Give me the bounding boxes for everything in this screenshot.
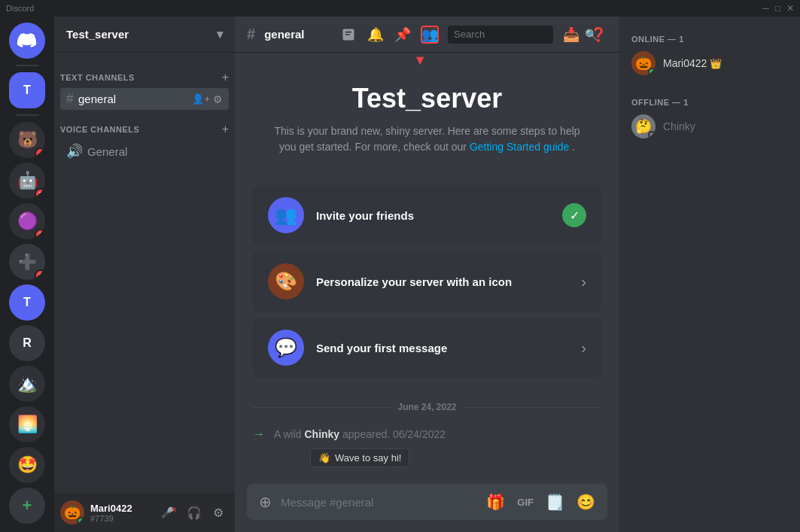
online-status — [648, 68, 656, 75]
server-sidebar: T 🐻 4 🤖 3 🟣 1 ➕ 1 T R 🏔️ 🌅 — [0, 17, 54, 532]
channel-item-general[interactable]: # general 👤+ ⚙ — [60, 88, 229, 110]
wave-button-1-container: 👋 Wave to say hi! — [235, 444, 619, 473]
member-name-mario422: Mari0422 👑 — [663, 57, 722, 69]
member-item-chinky[interactable]: 🤔 Chinky — [625, 110, 794, 143]
inbox-icon[interactable]: 📥 — [562, 26, 580, 44]
app-body: T 🐻 4 🤖 3 🟣 1 ➕ 1 T R 🏔️ 🌅 — [0, 17, 800, 532]
channel-header: # general 🔔 📌 👥 🔍 📥 ❓ — [235, 17, 619, 53]
server-badge-5: 1 — [35, 269, 45, 280]
server-name-header[interactable]: Test_server ▾ — [54, 17, 235, 53]
server-icon-6[interactable]: T — [9, 284, 45, 321]
current-user-tag: #7739 — [90, 514, 154, 523]
minimize-icon[interactable]: ─ — [762, 3, 769, 14]
sticker-icon[interactable]: 🗒️ — [543, 484, 567, 520]
main-content: # general 🔔 📌 👥 🔍 📥 ❓ ▼ — [235, 17, 619, 532]
messages-area[interactable]: Test_server This is your brand new, shin… — [235, 53, 619, 484]
deafen-button[interactable]: 🎧 — [184, 502, 205, 523]
channel-item-general-voice[interactable]: 🔊 General — [60, 140, 229, 163]
server-icon-3[interactable]: 🤖 3 — [9, 163, 45, 199]
channel-name-general-voice: General — [87, 145, 223, 158]
text-channels-label: TEXT CHANNELS — [60, 73, 135, 82]
current-user-avatar: 🎃 — [60, 500, 84, 524]
mute-button[interactable]: 🎤✕ — [160, 502, 181, 523]
channel-actions: 👤+ ⚙ — [192, 93, 223, 105]
app-title: Discord — [6, 4, 34, 13]
threads-icon[interactable] — [339, 26, 357, 44]
add-server-button[interactable]: + — [9, 488, 45, 524]
settings-icon[interactable]: ⚙ — [213, 93, 223, 105]
offline-status — [648, 131, 656, 138]
server-icon-test[interactable]: T — [9, 72, 45, 108]
system-message-text-1: A wild Chinky appeared. 06/24/2022 — [274, 428, 446, 440]
channel-sidebar: Test_server ▾ TEXT CHANNELS + # general … — [54, 17, 235, 532]
header-actions: 🔔 📌 👥 🔍 📥 ❓ — [339, 26, 607, 44]
message-input[interactable] — [281, 488, 477, 517]
server-icon-8[interactable]: 🏔️ — [9, 366, 45, 402]
hash-icon: # — [66, 91, 74, 107]
gs-card-personalize[interactable]: 🎨 Personalize your server with an icon › — [253, 251, 601, 312]
server-icon-10[interactable]: 🤩 — [9, 447, 45, 483]
notifications-icon[interactable]: 🔔 — [367, 26, 385, 44]
wave-button-1[interactable]: 👋 Wave to say hi! — [310, 448, 409, 467]
system-message-1: → A wild Chinky appeared. 06/24/2022 — [235, 424, 619, 444]
personalize-icon: 🎨 — [268, 263, 304, 299]
server-icon-2[interactable]: 🐻 4 — [9, 122, 45, 158]
pin-icon[interactable]: 📌 — [394, 26, 412, 44]
server-icon-5[interactable]: ➕ 1 — [9, 244, 45, 280]
first-message-icon: 💬 — [268, 330, 304, 366]
gift-icon[interactable]: 🎁 — [483, 484, 508, 520]
add-attachment-button[interactable]: ⊕ — [256, 484, 275, 520]
invite-friends-label: Invite your friends — [316, 209, 550, 222]
server-icon-9[interactable]: 🌅 — [9, 406, 45, 442]
server-name: Test_server — [66, 28, 129, 41]
members-list-icon[interactable]: 👥 — [421, 26, 439, 44]
user-controls: 🎤✕ 🎧 ⚙ — [160, 502, 229, 523]
gs-card-first-message[interactable]: 💬 Send your first message › — [253, 318, 601, 378]
first-message-arrow-icon: › — [581, 339, 586, 357]
voice-channels-category: VOICE CHANNELS + — [54, 111, 235, 139]
channel-list: TEXT CHANNELS + # general 👤+ ⚙ VOICE CHA… — [54, 53, 235, 493]
server-initial: T — [23, 84, 31, 97]
channel-name-general: general — [78, 93, 187, 105]
search-box[interactable]: 🔍 — [448, 26, 553, 44]
wave-label-1: Wave to say hi! — [335, 452, 401, 464]
home-button[interactable] — [9, 23, 45, 59]
first-message-label: Send your first message — [316, 342, 569, 354]
server-badge-2: 4 — [35, 147, 45, 158]
welcome-section: Test_server This is your brand new, shin… — [235, 65, 619, 173]
member-item-mario422[interactable]: 🎃 Mari0422 👑 — [625, 47, 794, 80]
personalize-label: Personalize your server with an icon — [316, 275, 569, 288]
current-user-name: Mari0422 — [90, 503, 154, 514]
close-icon[interactable]: ✕ — [786, 3, 794, 14]
member-avatar-chinky: 🤔 — [631, 114, 656, 138]
user-settings-button[interactable]: ⚙ — [208, 502, 229, 523]
help-icon[interactable]: ❓ — [589, 26, 607, 44]
offline-section-title: OFFLINE — 1 — [625, 92, 794, 110]
online-section-title: ONLINE — 1 — [625, 29, 794, 47]
date-separator-june26: June 26, 2022 — [235, 473, 619, 484]
add-member-icon[interactable]: 👤+ — [192, 93, 210, 105]
server-title-big: Test_server — [265, 83, 589, 114]
online-status-dot — [77, 517, 84, 524]
server-icon-7[interactable]: R — [9, 325, 45, 361]
channel-hash-icon: # — [247, 26, 255, 43]
server-divider-2 — [15, 114, 39, 116]
server-icon-4[interactable]: 🟣 1 — [9, 203, 45, 239]
add-voice-channel-button[interactable]: + — [222, 123, 229, 136]
member-name-chinky: Chinky — [663, 120, 695, 132]
search-input[interactable] — [454, 29, 580, 40]
personalize-arrow-icon: › — [581, 273, 586, 290]
invite-friends-icon: 👥 — [268, 197, 304, 233]
user-area: 🎃 Mari0422 #7739 🎤✕ 🎧 ⚙ — [54, 493, 235, 532]
crown-icon: 👑 — [710, 58, 722, 69]
invite-complete-check: ✓ — [562, 203, 586, 227]
system-arrow-icon: → — [253, 427, 265, 441]
maximize-icon[interactable]: □ — [775, 3, 780, 14]
gs-card-invite[interactable]: 👥 Invite your friends ✓ — [253, 185, 601, 245]
wave-emoji-1: 👋 — [318, 452, 330, 464]
add-channel-button[interactable]: + — [222, 71, 229, 84]
gif-button[interactable]: GIF — [514, 488, 537, 517]
server-badge-4: 1 — [35, 229, 45, 239]
getting-started-link[interactable]: Getting Started guide — [470, 141, 569, 153]
emoji-button[interactable]: 😊 — [573, 484, 598, 520]
